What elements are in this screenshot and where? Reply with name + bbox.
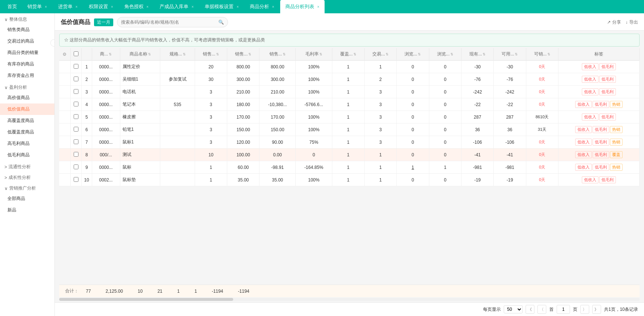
prev-page-button[interactable]: 〈	[537, 305, 546, 314]
select-all-checkbox[interactable]	[74, 51, 78, 56]
table-row: 1 0000... 属性定价 20 800.00 800.00 100% 1 1…	[59, 61, 640, 73]
tag-label: 热销	[610, 101, 623, 108]
nav-permission-label: 权限设置	[89, 3, 108, 10]
row-name: 笔记本	[120, 98, 160, 111]
row-sale1: 3	[195, 111, 227, 123]
sidebar-item-sales-goods[interactable]: 销售类商品	[0, 24, 54, 35]
sidebar-section-marketing[interactable]: ∨ 营销推广分析	[0, 182, 54, 193]
nav-item-purchase[interactable]: 进货单 ×	[53, 0, 83, 13]
th-checkbox	[70, 48, 81, 61]
row-name: 电话机	[120, 86, 160, 98]
scrollbar-thumb[interactable]	[59, 298, 233, 301]
sidebar-item-stock-capital[interactable]: 库存资金占用	[0, 70, 54, 81]
footer-stock2: -1194	[238, 289, 249, 294]
row-select-checkbox[interactable]	[74, 164, 78, 169]
table-row: 10 0002... 鼠标垫 1 35.00 35.00 100% 1 1 0 …	[59, 174, 640, 186]
sidebar-item-all-goods[interactable]: 全部商品	[0, 193, 54, 204]
horizontal-scrollbar[interactable]	[59, 298, 640, 301]
row-select-checkbox[interactable]	[74, 89, 78, 94]
row-tags: 低收入低毛利热销	[558, 98, 639, 111]
tag-label: 低毛利	[593, 101, 609, 108]
row-gross: -164.85%	[296, 161, 332, 174]
row-browse1: 0	[397, 174, 429, 186]
per-page-select[interactable]: 50 100	[504, 305, 523, 313]
sidebar-section-growth[interactable]: > 成长性分析	[0, 171, 54, 182]
row-gear	[59, 123, 70, 136]
sidebar-item-high-coverage[interactable]: 高覆盖度商品	[0, 115, 54, 126]
sidebar-item-stock-goods[interactable]: 有库存的商品	[0, 58, 54, 70]
row-spec	[160, 61, 195, 73]
row-no: 1	[81, 61, 92, 73]
row-trade: 1	[364, 61, 396, 73]
sidebar-section-flow[interactable]: > 流通性分析	[0, 161, 54, 171]
filter-tag-month[interactable]: 近一月	[94, 18, 113, 26]
row-sale2: 300.00	[227, 73, 259, 86]
first-page-button[interactable]: 《	[526, 305, 534, 314]
nav-purchase-close[interactable]: ×	[76, 5, 78, 9]
row-select-checkbox[interactable]	[74, 127, 78, 132]
row-browse1: 0	[397, 149, 429, 161]
row-select-checkbox[interactable]	[74, 102, 78, 106]
nav-template-close[interactable]: ×	[237, 5, 239, 9]
nav-home[interactable]: 首页	[3, 0, 21, 13]
row-cover: 1	[332, 174, 364, 186]
row-stock1: -30	[461, 61, 493, 73]
row-days: 31天	[526, 123, 558, 136]
search-icon[interactable]: 🔍	[218, 20, 224, 25]
row-stock2: -41	[494, 149, 526, 161]
nav-item-salesorder[interactable]: 销货单 ×	[22, 0, 52, 13]
nav-salesorder-close[interactable]: ×	[45, 5, 47, 9]
row-name: 鼠标	[120, 161, 160, 174]
row-days: 0天	[526, 98, 558, 111]
sidebar-item-high-value[interactable]: 高价值商品	[0, 92, 54, 103]
sidebar-item-category-sales[interactable]: 商品分类的销量	[0, 47, 54, 58]
nav-item-analysis[interactable]: 商品分析 ×	[245, 0, 279, 13]
sidebar-item-low-gross[interactable]: 低毛利商品	[0, 149, 54, 161]
tag-label: 低毛利	[599, 63, 616, 70]
table-row: 2 0000... 吴细细1 参加复试 30 300.00 300.00 100…	[59, 73, 640, 86]
share-button[interactable]: ↗ 分享	[607, 19, 621, 26]
nav-item-analysis-list[interactable]: 商品分析列表 ×	[280, 0, 325, 13]
nav-item-permission[interactable]: 权限设置 ×	[84, 0, 118, 13]
row-select-checkbox[interactable]	[74, 177, 78, 182]
row-spec	[160, 149, 195, 161]
nav-item-role[interactable]: 角色授权 ×	[119, 0, 154, 13]
tag-label: 低收入	[582, 76, 598, 83]
row-select-checkbox[interactable]	[74, 114, 78, 119]
overall-label: 整体信息	[9, 16, 27, 23]
gear-icon[interactable]: ⚙	[63, 52, 67, 57]
row-spec	[160, 174, 195, 186]
tag-label: 低收入	[582, 176, 598, 183]
browse1-value: 0	[412, 64, 414, 69]
nav-analysis-list-close[interactable]: ×	[317, 5, 319, 9]
nav-item-template[interactable]: 单据模板设置 ×	[199, 0, 244, 13]
sidebar-section-overall[interactable]: ∨ 整体信息	[0, 13, 54, 24]
sidebar-item-new-goods[interactable]: 新品	[0, 204, 54, 216]
next-page-button[interactable]: 〉	[580, 305, 589, 314]
row-sale3: 300.00	[259, 73, 296, 86]
last-page-button[interactable]: 》	[592, 305, 601, 314]
row-select-checkbox[interactable]	[74, 139, 78, 144]
sidebar-item-low-value[interactable]: 低价值商品	[0, 103, 54, 115]
export-button[interactable]: ↓ 导出	[625, 19, 638, 26]
row-select-checkbox[interactable]	[74, 64, 78, 69]
browse1-value[interactable]: 1	[412, 165, 414, 170]
row-sale1: 10	[195, 149, 227, 161]
page-number-input[interactable]	[557, 305, 570, 314]
row-select-checkbox[interactable]	[74, 152, 78, 157]
row-stock1: -19	[461, 174, 493, 186]
sidebar-item-high-gross[interactable]: 高毛利商品	[0, 138, 54, 149]
nav-stock-close[interactable]: ×	[191, 5, 194, 9]
th-spec: 规格...⇅	[160, 48, 195, 61]
nav-item-stock[interactable]: 产成品入库单 ×	[154, 0, 199, 13]
sidebar-item-traded-goods[interactable]: 交易过的商品	[0, 35, 54, 47]
sidebar-section-profit[interactable]: ∨ 盈利分析	[0, 81, 54, 92]
search-input[interactable]	[121, 20, 216, 25]
row-name: 测试	[120, 149, 160, 161]
th-stock1: 现有...⇅	[461, 48, 493, 61]
nav-role-close[interactable]: ×	[147, 5, 149, 9]
sidebar-item-low-coverage[interactable]: 低覆盖度商品	[0, 126, 54, 138]
nav-analysis-close[interactable]: ×	[272, 5, 274, 9]
row-select-checkbox[interactable]	[74, 77, 78, 81]
nav-permission-close[interactable]: ×	[111, 5, 113, 9]
